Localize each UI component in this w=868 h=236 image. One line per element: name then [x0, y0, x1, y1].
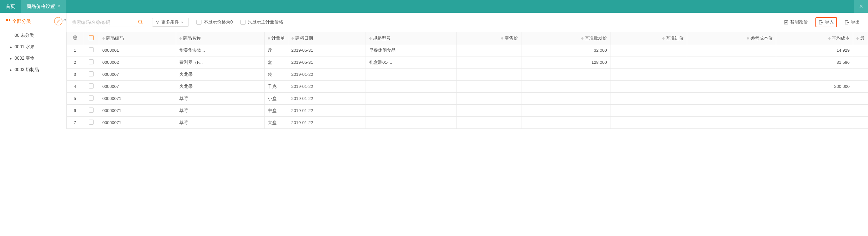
checkbox-only-main-unit[interactable]: 只显示主计量价格 — [241, 19, 283, 25]
th-select-all[interactable] — [83, 32, 99, 45]
cell-refcost[interactable] — [687, 45, 776, 56]
table-row[interactable]: 20000002费列罗（F...盒2019-05-31礼盒装01-...128.… — [67, 56, 868, 69]
cell-retail[interactable] — [457, 117, 521, 129]
edit-category-button[interactable] — [54, 17, 62, 25]
export-button[interactable]: 导出 — [842, 18, 862, 27]
checkbox-hide-zero-price[interactable]: 不显示价格为0 — [196, 19, 233, 25]
cell-avgcost[interactable]: 200.000 — [776, 81, 853, 93]
th-spec[interactable]: 规格型号 — [366, 32, 457, 45]
cell-checkbox[interactable] — [83, 56, 99, 69]
sidebar-item[interactable]: ▸0002 零食 — [9, 53, 64, 64]
th-unit[interactable]: 计量单 — [264, 32, 288, 45]
cell-wholesale[interactable] — [521, 81, 610, 93]
cell-checkbox[interactable] — [83, 81, 99, 93]
tabs-close-all[interactable]: × — [854, 0, 868, 13]
cell-checkbox[interactable] — [83, 117, 99, 129]
cell-last — [853, 105, 868, 117]
price-table: 商品编码 商品名称 计量单 建档日期 规格型号 零售价 基准批发价 基准进价 参… — [66, 32, 868, 129]
th-last[interactable]: 最 — [853, 32, 868, 45]
cell-purchase[interactable] — [610, 93, 687, 105]
cell-wholesale[interactable] — [521, 93, 610, 105]
cell-wholesale[interactable] — [521, 117, 610, 129]
import-button[interactable]: 导入 — [815, 17, 837, 27]
cell-purchase[interactable] — [610, 81, 687, 93]
table-row[interactable]: 500000071草莓小盒2019-01-22 — [67, 93, 868, 105]
cell-purchase[interactable] — [610, 56, 687, 69]
cell-purchase[interactable] — [610, 117, 687, 129]
more-conditions-button[interactable]: 更多条件 — [152, 18, 189, 27]
cell-spec — [366, 69, 457, 81]
cell-avgcost[interactable]: 14.929 — [776, 45, 853, 56]
table-row[interactable]: 40000007火龙果千克2019-01-22200.000 — [67, 81, 868, 93]
svg-rect-5 — [9, 20, 10, 21]
cell-avgcost[interactable] — [776, 105, 853, 117]
cell-retail[interactable] — [457, 93, 521, 105]
cell-name: 草莓 — [176, 117, 264, 129]
th-settings[interactable] — [67, 32, 83, 45]
cell-checkbox[interactable] — [83, 45, 99, 56]
edit-icon — [784, 20, 788, 25]
cell-checkbox[interactable] — [83, 69, 99, 81]
cell-wholesale[interactable]: 32.000 — [521, 45, 610, 56]
table-row[interactable]: 30000007火龙果袋2019-01-22 — [67, 69, 868, 81]
cell-retail[interactable] — [457, 105, 521, 117]
cell-code: 00000071 — [99, 93, 176, 105]
th-code[interactable]: 商品编码 — [99, 32, 176, 45]
cell-last — [853, 69, 868, 81]
cell-retail[interactable] — [457, 69, 521, 81]
cell-retail[interactable] — [457, 56, 521, 69]
search-input[interactable] — [71, 18, 145, 27]
table-row[interactable]: 700000071草莓大盒2019-01-22 — [67, 117, 868, 129]
cell-code: 0000001 — [99, 45, 176, 56]
search-icon[interactable] — [138, 19, 143, 26]
cell-refcost[interactable] — [687, 69, 776, 81]
th-create-date[interactable]: 建档日期 — [288, 32, 366, 45]
cell-retail[interactable] — [457, 81, 521, 93]
tab-current[interactable]: 商品价格设置 × — [21, 0, 66, 13]
cell-refcost[interactable] — [687, 117, 776, 129]
cell-retail[interactable] — [457, 45, 521, 56]
th-base-purchase[interactable]: 基准进价 — [610, 32, 687, 45]
cell-purchase[interactable] — [610, 105, 687, 117]
cell-wholesale[interactable]: 128.000 — [521, 56, 610, 69]
cell-purchase[interactable] — [610, 45, 687, 56]
table-row[interactable]: 10000001华美华夫软...斤2019-05-31早餐休闲食品32.0001… — [67, 45, 868, 56]
cell-last — [853, 93, 868, 105]
cell-avgcost[interactable]: 31.586 — [776, 56, 853, 69]
th-avg-cost[interactable]: 平均成本 — [776, 32, 853, 45]
cell-unit: 千克 — [264, 81, 288, 93]
cell-avgcost[interactable] — [776, 69, 853, 81]
cell-unit: 小盒 — [264, 93, 288, 105]
cell-checkbox[interactable] — [83, 105, 99, 117]
th-ref-cost[interactable]: 参考成本价 — [687, 32, 776, 45]
svg-point-6 — [138, 20, 142, 23]
close-icon: × — [859, 3, 863, 10]
sidebar-collapse-button[interactable] — [63, 18, 67, 23]
th-name[interactable]: 商品名称 — [176, 32, 264, 45]
cell-date: 2019-01-22 — [288, 105, 366, 117]
cell-avgcost[interactable] — [776, 93, 853, 105]
cell-refcost[interactable] — [687, 93, 776, 105]
sidebar-item[interactable]: ▸0001 水果 — [9, 41, 64, 53]
cell-purchase[interactable] — [610, 69, 687, 81]
sidebar-item[interactable]: ▸0003 奶制品 — [9, 64, 64, 76]
th-base-wholesale[interactable]: 基准批发价 — [521, 32, 610, 45]
cell-refcost[interactable] — [687, 81, 776, 93]
th-retail-price[interactable]: 零售价 — [457, 32, 521, 45]
sidebar-item[interactable]: 00 未分类 — [9, 30, 64, 41]
svg-rect-0 — [6, 19, 7, 20]
cell-refcost[interactable] — [687, 105, 776, 117]
cell-refcost[interactable] — [687, 56, 776, 69]
cell-avgcost[interactable] — [776, 117, 853, 129]
tab-home[interactable]: 首页 — [0, 0, 21, 13]
cell-index: 5 — [67, 93, 83, 105]
cell-wholesale[interactable] — [521, 69, 610, 81]
cell-checkbox[interactable] — [83, 93, 99, 105]
cell-wholesale[interactable] — [521, 105, 610, 117]
sidebar: 全部分类 00 未分类▸0001 水果▸0002 零食▸0003 奶制品 — [0, 13, 66, 129]
smart-price-edit-button[interactable]: 智能改价 — [781, 18, 810, 27]
cell-index: 3 — [67, 69, 83, 81]
table-row[interactable]: 600000071草莓中盒2019-01-22 — [67, 105, 868, 117]
pencil-icon — [56, 19, 61, 24]
close-icon[interactable]: × — [58, 4, 60, 9]
